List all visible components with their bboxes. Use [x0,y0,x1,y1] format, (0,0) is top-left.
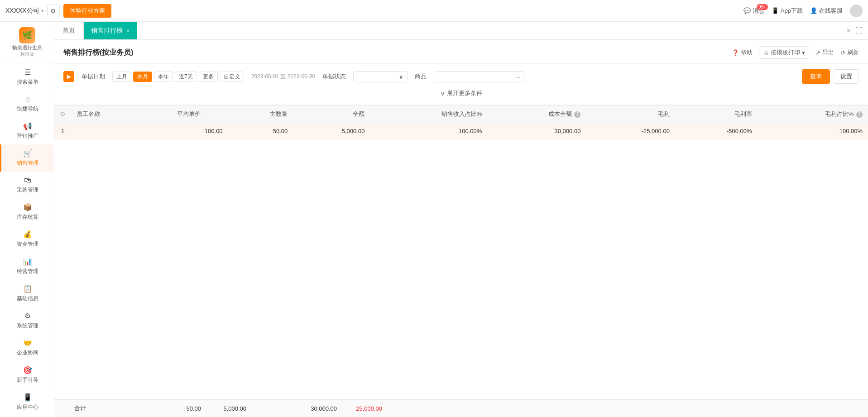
sidebar-item-marketing[interactable]: 📢 营销推广 [0,117,54,144]
sidebar: 🌿 畅康通好生意 标准版 ☰ 搜索菜单 ⌂ 快捷导航 📢 营销推广 🛒 销售管理… [0,22,54,417]
tab-sales-ranking[interactable]: 销售排行榜 × [84,22,137,39]
app-download-icon: 📱 [772,7,779,14]
print-button[interactable]: 🖨 按模板打印 ▾ [759,46,809,59]
sidebar-item-purchase[interactable]: 🛍 采购管理 [0,172,54,198]
export-label: 导出 [822,48,834,57]
sidebar-item-label: 资金管理 [17,240,38,248]
sidebar-item-enterprise[interactable]: 🤝 企业协同 [0,334,54,361]
date-range-text: 2023-06-01 至 2023-06-30 [251,73,315,81]
date-label: 单据日期 [82,72,105,81]
expand-conditions-button[interactable]: ∨ 展开更多条件 [436,87,487,99]
goods-input[interactable]: ··· [434,71,524,82]
page-header: 销售排行榜(按业务员) ❓ 帮助 🖨 按模板打印 ▾ ↗ 导出 [54,40,868,64]
footer-amount: 5,000.00 [201,405,246,412]
date-btn-current-month[interactable]: 本月 [133,72,152,82]
th-settings: ⚙ [54,105,71,123]
top-bar: XXXXX公司 ▾ ⚙ 体验行业方案 💬 消息 99+ 📱 App下载 👤 在线… [0,0,868,22]
sidebar-item-basic-info[interactable]: 📋 基础信息 [0,280,54,307]
col-settings-icon[interactable]: ⚙ [60,110,66,118]
gross-pct-info-icon[interactable]: ? [856,111,863,118]
inner-panel: 销售排行榜(按业务员) ❓ 帮助 🖨 按模板打印 ▾ ↗ 导出 [54,40,868,417]
goods-more-icon: ··· [515,73,520,80]
sidebar-item-label: 经营管理 [17,268,38,275]
cell-qty: 50.00 [228,123,293,139]
date-btn-group: 上月 本月 本年 近7天 更多 自定义 [112,72,244,82]
sidebar-logo: 🌿 畅康通好生意 标准版 [0,22,54,63]
page-title: 销售排行榜(按业务员) [63,48,134,58]
enterprise-icon: 🤝 [23,339,32,347]
table-footer: 合计 50.00 5,000.00 30,000.00 -25,000.00 [54,399,868,417]
sidebar-item-quick-nav[interactable]: ⌂ 快捷导航 [0,91,54,117]
refresh-label: 刷新 [847,48,859,57]
app-download-button[interactable]: 📱 App下载 [772,7,803,15]
refresh-button[interactable]: ↺ 刷新 [840,48,859,57]
app-center-icon: 📱 [23,393,32,402]
sidebar-item-guide[interactable]: 🎯 新手引导 [0,361,54,388]
export-button[interactable]: ↗ 导出 [815,48,834,57]
top-bar-left: XXXXX公司 ▾ ⚙ 体验行业方案 [5,4,740,18]
th-sales-pct: 销售收入占比% [370,105,487,123]
page-header-actions: ❓ 帮助 🖨 按模板打印 ▾ ↗ 导出 ↺ 刷新 [732,46,859,59]
tab-home[interactable]: 首页 [54,22,84,39]
avatar[interactable] [850,5,863,17]
company-selector[interactable]: XXXXX公司 ▾ [5,7,43,15]
top-bar-right: 💬 消息 99+ 📱 App下载 👤 在线客服 [743,5,863,17]
print-label: 按模板打印 [771,48,800,57]
printer-icon: 🖨 [763,49,769,56]
filter-area: ▶ 单据日期 上月 本月 本年 近7天 更多 自定义 2023-06-01 至 … [54,64,868,105]
logo-sub: 标准版 [20,51,34,58]
settings-icon[interactable]: ⚙ [47,5,60,17]
th-amount: 全额 [293,105,370,123]
tab-bar-right: × ⛶ [847,22,868,39]
sidebar-item-label: 销售管理 [17,159,38,167]
sidebar-item-inventory[interactable]: 📦 库存核算 [0,198,54,225]
sidebar-item-sales[interactable]: 🛒 销售管理 [0,144,54,172]
trial-button[interactable]: 体验行业方案 [63,4,111,18]
message-button[interactable]: 💬 消息 99+ [743,7,764,15]
company-name-text: XXXXX公司 [5,7,39,15]
sidebar-item-operations[interactable]: 📊 经营管理 [0,253,54,280]
sidebar-item-finance[interactable]: 💰 资金管理 [0,225,54,253]
cell-avg-price: 100.00 [149,123,228,139]
export-icon: ↗ [815,49,820,56]
logo-icon: 🌿 [19,27,35,43]
sidebar-item-label: 采购管理 [17,186,38,194]
expand-label: 展开更多条件 [447,89,482,97]
help-button[interactable]: ❓ 帮助 [732,48,753,57]
th-gross-pct: 毛利占比% ? [758,105,868,123]
date-btn-7days[interactable]: 近7天 [175,72,197,82]
window-close-icon[interactable]: × [847,27,851,35]
message-badge: 99+ [757,4,768,10]
cost-info-icon[interactable]: ? [574,111,580,118]
sidebar-item-search-order[interactable]: ☰ 搜索菜单 [0,63,54,91]
filter-row-1: ▶ 单据日期 上月 本月 本年 近7天 更多 自定义 2023-06-01 至 … [63,69,859,84]
operations-icon: 📊 [23,257,32,266]
query-button[interactable]: 查询 [802,69,830,84]
tab-close-icon[interactable]: × [126,28,129,34]
date-btn-custom[interactable]: 自定义 [220,72,244,82]
sidebar-item-label: 搜索菜单 [17,78,38,86]
app-download-label: App下载 [781,7,803,15]
footer-qty: 50.00 [165,405,201,412]
date-btn-last-month[interactable]: 上月 [112,72,131,82]
window-expand-icon[interactable]: ⛶ [855,27,863,35]
tab-bar: 首页 销售排行榜 × × ⛶ [54,22,868,40]
th-name-label: 员工名称 [77,110,100,117]
status-select[interactable]: ∨ [353,71,408,82]
search-order-icon: ☰ [24,68,31,77]
tab-active-label: 销售排行榜 [91,27,123,35]
sidebar-item-system[interactable]: ⚙ 系统管理 [0,307,54,334]
table-container: ⚙ 员工名称 平均单价 主数量 全额 销售收入占比% 成本全额 [54,105,868,399]
cell-gross-pct: 100.00% [758,123,868,139]
settings-button[interactable]: 设置 [834,69,859,84]
date-btn-more[interactable]: 更多 [199,72,218,82]
sidebar-item-label: 营销推广 [17,132,38,140]
footer-gross: -25,000.00 [337,405,382,412]
sidebar-item-app-center[interactable]: 📱 应用中心 [0,388,54,416]
cell-gross-rate: -500.00% [675,123,758,139]
th-cost: 成本全额 ? [487,105,586,123]
filter-toggle-icon[interactable]: ▶ [63,71,74,82]
finance-icon: 💰 [23,230,32,239]
date-btn-current-year[interactable]: 本年 [154,72,173,82]
online-service-button[interactable]: 👤 在线客服 [810,7,843,15]
